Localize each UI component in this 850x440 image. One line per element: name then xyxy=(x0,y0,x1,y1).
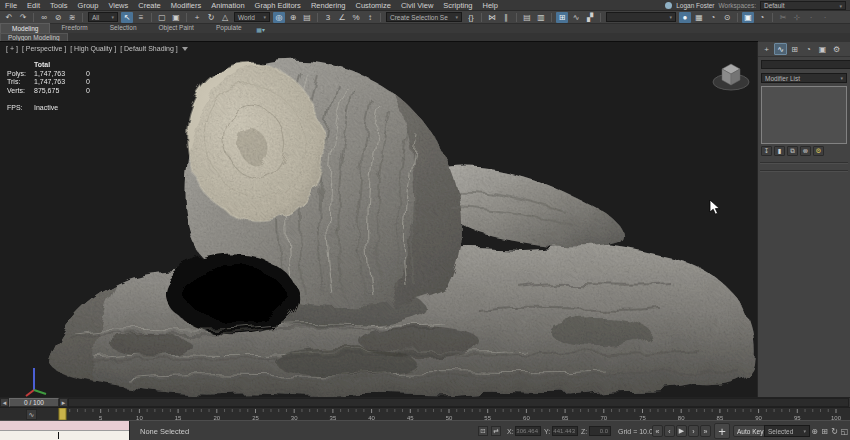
ribbon-tab-selection[interactable]: Selection xyxy=(99,23,148,33)
reference-coordinate-system-dropdown[interactable]: World xyxy=(234,12,270,22)
select-object-icon[interactable]: ↖ xyxy=(121,12,133,23)
set-key-button[interactable]: + xyxy=(714,423,730,439)
viewport-quality-menu[interactable]: [ High Quality ] xyxy=(70,45,116,52)
rendered-frame-window-icon[interactable]: ◔ xyxy=(707,12,719,23)
listener-script-row[interactable] xyxy=(0,431,129,440)
zoom-extents-icon[interactable]: ⊞ xyxy=(820,425,829,437)
modifier-list-dropdown[interactable]: Modifier List xyxy=(761,73,847,83)
track-bar[interactable]: ∿ 05101520253035404550556065707580859095… xyxy=(0,407,850,420)
panel-tab-motion[interactable]: ◔ xyxy=(802,43,815,55)
make-unique-icon[interactable]: ⧉ xyxy=(787,146,798,156)
named-selection-sets-dropdown[interactable]: Create Selection Se xyxy=(386,12,462,22)
render-last-icon[interactable]: ◔ xyxy=(756,12,768,23)
maxscript-mini-listener[interactable] xyxy=(0,421,130,440)
selection-lock-toggle-icon[interactable]: ⊡ xyxy=(478,426,488,436)
menu-tools[interactable]: Tools xyxy=(45,0,73,11)
material-editor-icon[interactable]: ● xyxy=(679,12,691,23)
scene-explorer-icon[interactable]: ▥ xyxy=(535,12,547,23)
panel-tab-utilities[interactable]: ⚙ xyxy=(830,43,843,55)
select-and-link-icon[interactable]: ∞ xyxy=(38,12,50,23)
zoom-tool-icon[interactable]: ⊕ xyxy=(810,425,819,437)
show-end-result-icon[interactable]: ▮ xyxy=(774,146,785,156)
menu-rendering[interactable]: Rendering xyxy=(306,0,351,11)
ribbon-overflow-icon[interactable]: ▦▾ xyxy=(253,26,269,33)
mirror-icon[interactable]: ⋈ xyxy=(486,12,498,23)
select-and-scale-icon[interactable]: △ xyxy=(219,12,231,23)
edit-named-selection-sets-icon[interactable]: {} xyxy=(465,12,477,23)
time-slider-handle[interactable]: 0 / 100 xyxy=(9,398,59,407)
current-frame-marker[interactable] xyxy=(59,408,66,420)
object-name-field[interactable] xyxy=(761,60,850,69)
extra-tool-4-icon[interactable]: · xyxy=(819,12,831,23)
go-to-end-button[interactable]: » xyxy=(700,425,711,437)
play-button[interactable]: ▶ xyxy=(676,425,687,437)
menu-civil-view[interactable]: Civil View xyxy=(396,0,438,11)
menu-animation[interactable]: Animation xyxy=(206,0,249,11)
maximize-viewport-toggle-icon[interactable]: ◱ xyxy=(840,425,849,437)
menu-views[interactable]: Views xyxy=(103,0,133,11)
x-coordinate-field[interactable]: 306.464 xyxy=(515,426,541,436)
go-to-start-button[interactable]: « xyxy=(652,425,663,437)
ribbon-tab-object-paint[interactable]: Object Paint xyxy=(148,23,205,33)
viewport-shading-menu[interactable]: [ Default Shading ] xyxy=(120,45,178,52)
previous-frame-button[interactable]: ‹ xyxy=(664,425,675,437)
perspective-viewport[interactable]: [ + ] [ Perspective ] [ High Quality ] [… xyxy=(0,42,757,397)
viewport-general-menu[interactable]: [ + ] xyxy=(6,45,18,52)
keyboard-shortcut-override-icon[interactable]: ▤ xyxy=(301,12,313,23)
align-icon[interactable]: ∥ xyxy=(500,12,512,23)
viewcube[interactable] xyxy=(709,54,753,98)
undo-icon[interactable]: ↶ xyxy=(3,12,15,23)
polygon-modeling-panel-tab[interactable]: Polygon Modeling xyxy=(0,33,68,42)
ribbon-tab-modeling[interactable]: Modeling xyxy=(0,23,50,33)
listener-macro-row[interactable] xyxy=(0,421,129,431)
window-crossing-icon[interactable]: ▣ xyxy=(170,12,182,23)
menu-edit[interactable]: Edit xyxy=(22,0,45,11)
extra-tool-1-icon[interactable]: ✂ xyxy=(777,12,789,23)
modifier-stack-list[interactable] xyxy=(761,86,847,144)
select-by-name-icon[interactable]: ≡ xyxy=(135,12,147,23)
render-production-icon[interactable]: ⊙ xyxy=(721,12,733,23)
signed-in-user[interactable]: Logan Foster xyxy=(676,2,714,9)
menu-customize[interactable]: Customize xyxy=(350,0,395,11)
pin-stack-icon[interactable]: ↧ xyxy=(761,146,772,156)
toolbar-unlabeled-dropdown[interactable] xyxy=(606,12,676,22)
select-and-move-icon[interactable]: + xyxy=(191,12,203,23)
selection-filter-dropdown[interactable]: All xyxy=(88,12,118,22)
ribbon-tab-populate[interactable]: Populate xyxy=(205,23,253,33)
absolute-offset-toggle-icon[interactable]: ⇄ xyxy=(491,426,501,436)
panel-tab-create[interactable]: + xyxy=(760,43,773,55)
curve-editor-icon[interactable]: ∿ xyxy=(570,12,582,23)
key-mode-dropdown[interactable]: Selected xyxy=(764,425,810,437)
bind-to-space-warp-icon[interactable]: ≋ xyxy=(66,12,78,23)
configure-modifier-sets-icon[interactable]: ⚙ xyxy=(813,146,824,156)
snap-toggle-3d-icon[interactable]: 3 xyxy=(322,12,334,23)
extra-tool-2-icon[interactable]: ⊹ xyxy=(791,12,803,23)
workspace-dropdown[interactable]: Default xyxy=(760,1,846,10)
menu-create[interactable]: Create xyxy=(133,0,166,11)
redo-icon[interactable]: ↷ xyxy=(17,12,29,23)
time-slider-prev-button[interactable]: ◄ xyxy=(0,398,9,407)
select-and-rotate-icon[interactable]: ↻ xyxy=(205,12,217,23)
toggle-ribbon-icon[interactable]: ⊞ xyxy=(556,12,568,23)
viewport-pov-menu[interactable]: [ Perspective ] xyxy=(22,45,66,52)
unlink-selection-icon[interactable]: ⊘ xyxy=(52,12,64,23)
panel-tab-modify[interactable]: ∿ xyxy=(774,43,787,55)
menu-modifiers[interactable]: Modifiers xyxy=(166,0,206,11)
menu-help[interactable]: Help xyxy=(477,0,502,11)
render-in-cloud-icon[interactable]: ▣ xyxy=(742,12,754,23)
use-pivot-point-center-icon[interactable]: ◎ xyxy=(273,12,285,23)
next-frame-button[interactable]: › xyxy=(688,425,699,437)
schematic-view-icon[interactable]: ▞ xyxy=(584,12,596,23)
time-slider-track[interactable] xyxy=(68,398,849,407)
menu-scripting[interactable]: Scripting xyxy=(438,0,477,11)
remove-modifier-icon[interactable]: ⊗ xyxy=(800,146,811,156)
percent-snap-icon[interactable]: % xyxy=(350,12,362,23)
ribbon-tab-freeform[interactable]: Freeform xyxy=(50,23,98,33)
viewport-filter-icon[interactable] xyxy=(182,47,188,51)
rectangular-selection-region-icon[interactable]: ▢ xyxy=(156,12,168,23)
auto-key-button[interactable]: Auto Key xyxy=(733,425,767,437)
menu-graph-editors[interactable]: Graph Editors xyxy=(250,0,306,11)
z-coordinate-field[interactable]: 0.0 xyxy=(589,426,611,436)
extra-tool-3-icon[interactable]: · xyxy=(805,12,817,23)
menu-file[interactable]: File xyxy=(0,0,22,11)
